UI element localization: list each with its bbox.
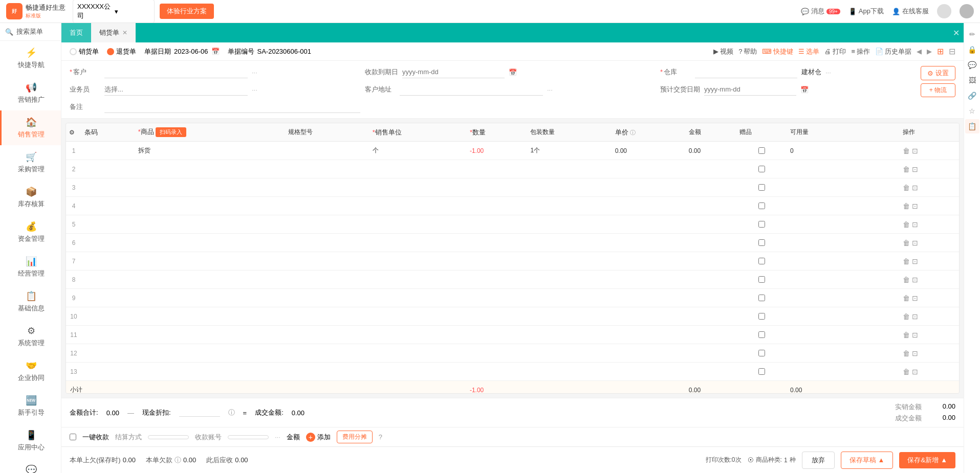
copy-icon[interactable]: ⊡ xyxy=(912,220,918,229)
gift-checkbox[interactable] xyxy=(758,221,765,228)
one-click-checkbox[interactable] xyxy=(70,434,76,440)
cell-pkg-qty[interactable] xyxy=(527,178,612,197)
cell-unit-price[interactable] xyxy=(612,289,686,307)
cell-qty[interactable] xyxy=(467,289,528,307)
cell-unit[interactable] xyxy=(369,234,467,252)
cell-unit-price[interactable] xyxy=(612,215,686,234)
cell-spec[interactable] xyxy=(285,234,369,252)
cell-unit[interactable] xyxy=(369,215,467,234)
copy-icon[interactable]: ⊡ xyxy=(912,312,918,321)
cell-unit-price[interactable] xyxy=(612,252,686,271)
gift-checkbox[interactable] xyxy=(758,184,765,191)
cell-amount[interactable] xyxy=(686,326,736,344)
cell-product[interactable] xyxy=(135,344,285,363)
sidebar-item-purchase[interactable]: 🛒 采购管理 xyxy=(0,145,61,180)
rs-chat[interactable]: 💬 xyxy=(965,58,979,72)
gift-checkbox[interactable] xyxy=(758,147,765,154)
cell-spec[interactable] xyxy=(285,271,369,289)
rs-image[interactable]: 🖼 xyxy=(965,73,979,87)
copy-icon[interactable]: ⊡ xyxy=(912,294,918,302)
cell-qty[interactable] xyxy=(467,160,528,178)
cell-gift[interactable] xyxy=(736,344,787,363)
operation-action[interactable]: ≡ 操作 xyxy=(851,47,870,56)
cell-gift[interactable] xyxy=(736,307,787,326)
gift-checkbox[interactable] xyxy=(758,331,765,338)
help-circle-icon[interactable]: ⓘ xyxy=(228,408,235,417)
calendar-icon[interactable]: 📅 xyxy=(211,48,220,55)
customer-more-icon[interactable]: ··· xyxy=(252,69,257,76)
delete-icon[interactable]: 🗑 xyxy=(903,331,910,339)
copy-icon[interactable]: ⊡ xyxy=(912,184,918,192)
sidebar-item-sales[interactable]: 🏠 销售管理 xyxy=(0,110,61,145)
cell-qty[interactable] xyxy=(467,215,528,234)
expected-delivery-input[interactable] xyxy=(704,83,796,96)
customer-address-input[interactable] xyxy=(400,83,543,96)
scan-button[interactable]: 扫码录入 xyxy=(156,127,186,137)
cell-spec[interactable] xyxy=(285,363,369,381)
sidebar-item-operations[interactable]: 📊 经营管理 xyxy=(0,250,61,284)
cell-unit-price[interactable]: 0.00 xyxy=(612,142,686,160)
cell-unit[interactable] xyxy=(369,326,467,344)
cell-spec[interactable] xyxy=(285,142,369,160)
cell-amount[interactable] xyxy=(686,178,736,197)
cell-pkg-qty[interactable] xyxy=(527,307,612,326)
cell-unit[interactable]: 个 xyxy=(369,142,467,160)
grid-view-icon[interactable]: ⊟ xyxy=(949,47,955,56)
cell-qty[interactable]: -1.00 xyxy=(467,142,528,160)
cell-spec[interactable] xyxy=(285,326,369,344)
cell-gift[interactable] xyxy=(736,363,787,381)
avatar-2[interactable] xyxy=(960,4,974,18)
cell-pkg-qty[interactable] xyxy=(527,289,612,307)
print-action[interactable]: 🖨 打印 xyxy=(824,47,846,56)
cell-gift[interactable] xyxy=(736,215,787,234)
add-button[interactable]: + xyxy=(306,433,315,442)
save-new-button[interactable]: 保存&新增 ▲ xyxy=(899,452,955,468)
copy-icon[interactable]: ⊡ xyxy=(912,165,918,173)
cell-pkg-qty[interactable] xyxy=(527,160,612,178)
cell-unit-price[interactable] xyxy=(612,271,686,289)
product-type-checkbox[interactable]: ☉ xyxy=(748,456,754,464)
cell-unit[interactable] xyxy=(369,160,467,178)
tab-sales-order[interactable]: 销货单 ✕ xyxy=(91,23,136,42)
radio-return[interactable]: 退货单 xyxy=(107,47,136,56)
cell-qty[interactable] xyxy=(467,271,528,289)
rs-link[interactable]: 🔗 xyxy=(965,88,979,103)
cell-qty[interactable] xyxy=(467,234,528,252)
calendar-delivery-icon[interactable]: 📅 xyxy=(800,86,809,94)
delete-icon[interactable]: 🗑 xyxy=(903,294,910,302)
cell-unit[interactable] xyxy=(369,271,467,289)
gift-checkbox[interactable] xyxy=(758,258,765,264)
gift-checkbox[interactable] xyxy=(758,368,765,375)
cell-qty[interactable] xyxy=(467,363,528,381)
sidebar-item-wechat[interactable]: 💬 企业微信 xyxy=(0,458,61,473)
remark-input[interactable] xyxy=(104,101,360,113)
cell-amount[interactable] xyxy=(686,307,736,326)
cell-gift[interactable] xyxy=(736,252,787,271)
delete-icon[interactable]: 🗑 xyxy=(903,312,910,321)
delete-icon[interactable]: 🗑 xyxy=(903,165,910,173)
cell-product[interactable] xyxy=(135,252,285,271)
rs-star[interactable]: ☆ xyxy=(965,104,979,118)
gift-checkbox[interactable] xyxy=(758,239,765,246)
copy-icon[interactable]: ⊡ xyxy=(912,239,918,247)
cell-spec[interactable] xyxy=(285,289,369,307)
copy-icon[interactable]: ⊡ xyxy=(912,202,918,210)
cell-spec[interactable] xyxy=(285,178,369,197)
delete-icon[interactable]: 🗑 xyxy=(903,276,910,284)
calc-method-select[interactable] xyxy=(148,435,189,439)
cell-amount[interactable] xyxy=(686,289,736,307)
cell-product[interactable] xyxy=(135,160,285,178)
due-date-input[interactable] xyxy=(402,66,505,78)
cell-unit-price[interactable] xyxy=(612,344,686,363)
help-deficit-icon[interactable]: ⓘ xyxy=(175,456,181,465)
cell-unit-price[interactable] xyxy=(612,197,686,215)
delete-icon[interactable]: 🗑 xyxy=(903,202,910,210)
cell-pkg-qty[interactable] xyxy=(527,363,612,381)
copy-icon[interactable]: ⊡ xyxy=(912,257,918,265)
cell-gift[interactable] xyxy=(736,234,787,252)
sidebar-item-marketing[interactable]: 📢 营销推广 xyxy=(0,76,61,110)
cell-gift[interactable] xyxy=(736,289,787,307)
cell-pkg-qty[interactable] xyxy=(527,234,612,252)
salesperson-more-icon[interactable]: ··· xyxy=(252,86,257,94)
copy-icon[interactable]: ⊡ xyxy=(912,349,918,357)
